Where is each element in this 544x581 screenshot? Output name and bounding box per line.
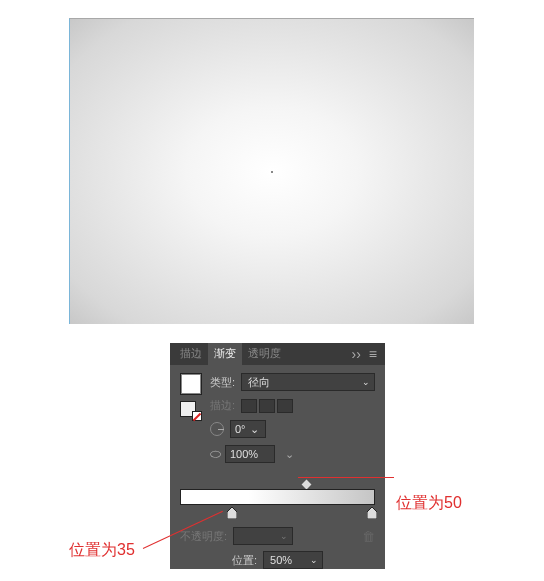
canvas-preview — [69, 18, 474, 324]
opacity-input[interactable]: ⌄ — [233, 527, 293, 545]
tab-transparency[interactable]: 透明度 — [242, 343, 287, 365]
gradient-stop-right[interactable] — [367, 507, 377, 519]
stroke-option-1[interactable] — [241, 399, 257, 413]
chevron-down-icon: ⌄ — [280, 531, 288, 541]
aspect-input[interactable]: 100% — [225, 445, 275, 463]
annotation-right: 位置为50 — [396, 493, 462, 514]
tab-gradient[interactable]: 渐变 — [208, 343, 242, 365]
position-label: 位置: — [232, 553, 257, 568]
svg-marker-0 — [227, 507, 237, 519]
stroke-label: 描边: — [210, 398, 235, 413]
midpoint-diamond[interactable] — [301, 480, 311, 490]
trash-icon[interactable]: 🗑 — [362, 529, 375, 544]
gradient-ramp[interactable] — [180, 489, 375, 505]
annotation-left: 位置为35 — [69, 540, 135, 561]
tab-stroke[interactable]: 描边 — [174, 343, 208, 365]
chevron-down-icon: ⌄ — [250, 423, 263, 436]
type-select[interactable]: 径向⌄ — [241, 373, 375, 391]
chevron-down-icon: ⌄ — [310, 555, 318, 565]
stroke-option-2[interactable] — [259, 399, 275, 413]
collapse-icon[interactable]: ›› — [348, 346, 365, 362]
opacity-label: 不透明度: — [180, 529, 227, 544]
chevron-down-icon[interactable]: ⌄ — [281, 448, 298, 461]
aspect-ratio-icon: ⬭ — [210, 446, 219, 462]
gradient-swatch[interactable] — [180, 373, 202, 395]
fill-stroke-swatch[interactable] — [180, 401, 202, 421]
annotation-line-right — [298, 477, 394, 478]
gradient-stop-left[interactable] — [227, 507, 237, 519]
position-input[interactable]: 50%⌄ — [263, 551, 323, 569]
stroke-option-3[interactable] — [277, 399, 293, 413]
panel-menu-icon[interactable]: ≡ — [365, 346, 381, 362]
angle-dial-icon — [210, 422, 224, 436]
svg-marker-1 — [367, 507, 377, 519]
chevron-down-icon: ⌄ — [362, 377, 370, 387]
type-label: 类型: — [210, 375, 235, 390]
panel-header: 描边 渐变 透明度 ›› ≡ — [170, 343, 385, 365]
gradient-panel: 描边 渐变 透明度 ›› ≡ 类型: 径向⌄ 描边: — [170, 343, 385, 569]
angle-input[interactable]: 0°⌄ — [230, 420, 266, 438]
